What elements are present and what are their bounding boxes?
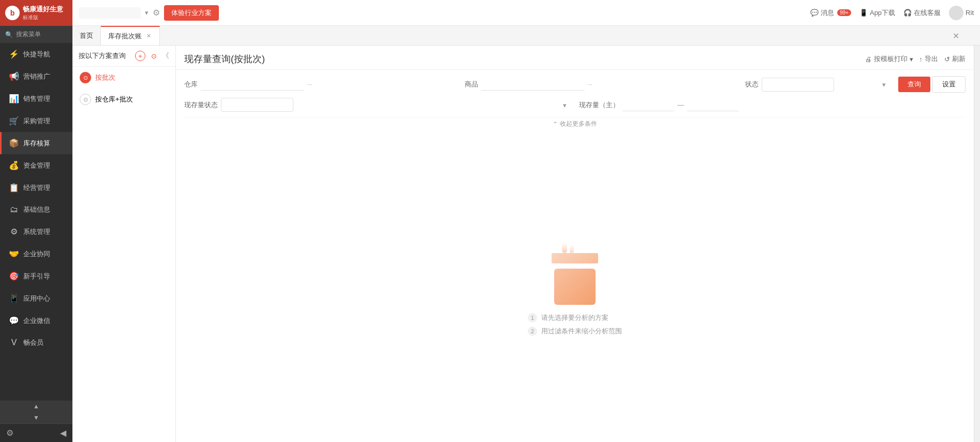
solution-settings-icon[interactable]: ⊙ xyxy=(149,51,159,61)
stock-status-select[interactable] xyxy=(221,98,293,112)
tip-text-2: 用过滤条件来缩小分析范围 xyxy=(541,327,622,336)
collapse-more-button[interactable]: ⌃ 收起更多条件 xyxy=(184,117,966,130)
solution-by-warehouse-icon: ⊙ xyxy=(80,94,91,105)
export-icon: ↑ xyxy=(919,55,923,63)
industry-solution-button[interactable]: 体验行业方案 xyxy=(164,5,219,21)
user-avatar-area[interactable]: Rit xyxy=(949,6,974,20)
sidebar-item-enterprise[interactable]: 🤝 企业协同 xyxy=(0,243,72,265)
stock-qty-separator: — xyxy=(677,101,684,109)
messages-button[interactable]: 💬 消息 99+ xyxy=(810,8,851,18)
export-button[interactable]: ↑ 导出 xyxy=(919,54,939,64)
warehouse-more-icon[interactable]: ··· xyxy=(307,81,312,87)
empty-tip-2: 2 用过滤条件来缩小分析范围 xyxy=(528,327,622,336)
query-button[interactable]: 查询 xyxy=(898,77,930,92)
sidebar-item-newbie[interactable]: 🎯 新手引导 xyxy=(0,265,72,287)
chevron-down-icon[interactable]: ▾ xyxy=(145,9,149,17)
operation-label: 经营管理 xyxy=(23,183,50,193)
headset-icon: 🎧 xyxy=(903,9,912,17)
right-panel: 现存量查询(按批次) 🖨 按模板打印 ▾ ↑ 导出 ↺ 刷新 xyxy=(176,46,974,442)
tab-close-icon[interactable]: ✕ xyxy=(145,33,152,40)
left-panel-header: 按以下方案查询 + ⊙ 《 xyxy=(72,46,175,67)
goods-input[interactable] xyxy=(481,78,585,91)
filter-area: 仓库 ··· 商品 ··· 状态 xyxy=(176,70,974,137)
tabbar-close-button[interactable]: ✕ xyxy=(953,31,959,40)
sidebar-header: b 畅康通好生意 标准版 xyxy=(0,0,72,26)
messages-label: 消息 xyxy=(821,8,834,18)
stock-qty-to[interactable] xyxy=(687,99,739,111)
settings-gear-icon[interactable]: ⚙ xyxy=(153,8,160,18)
wechat-label: 企业微信 xyxy=(23,316,50,326)
tab-inventory-batch[interactable]: 库存批次账 ✕ xyxy=(101,26,160,45)
status-select[interactable] xyxy=(762,78,834,92)
marketing-icon: 📢 xyxy=(9,71,19,81)
sidebar-item-basic-info[interactable]: 🗂 基础信息 xyxy=(0,199,72,220)
sidebar-item-finance[interactable]: 💰 资金管理 xyxy=(0,154,72,176)
left-panel: 按以下方案查询 + ⊙ 《 ⊙ 按批次 ⊙ 按仓库+批次 xyxy=(72,46,176,442)
search-menu-label: 搜索菜单 xyxy=(16,30,41,39)
print-button[interactable]: 🖨 按模板打印 ▾ xyxy=(865,54,913,64)
app-download-button[interactable]: 📱 App下载 xyxy=(859,8,895,18)
app-name-block: 畅康通好生意 标准版 xyxy=(23,5,63,21)
sidebar-item-inventory[interactable]: 📦 库存核算 xyxy=(0,132,72,154)
refresh-icon: ↺ xyxy=(944,55,950,63)
sidebar-item-apps[interactable]: 📱 应用中心 xyxy=(0,287,72,310)
sidebar-settings-icon[interactable]: ⚙ xyxy=(6,428,13,438)
quick-nav-label: 快捷导航 xyxy=(23,50,50,59)
online-support-button[interactable]: 🎧 在线客服 xyxy=(903,8,941,18)
message-icon: 💬 xyxy=(810,9,819,17)
sidebar-item-wechat[interactable]: 💬 企业微信 xyxy=(0,310,72,332)
finance-label: 资金管理 xyxy=(23,161,50,170)
sidebar-search[interactable]: 🔍 搜索菜单 xyxy=(0,26,72,43)
empty-state: 1 请先选择要分析的方案 2 用过滤条件来缩小分析范围 xyxy=(176,137,974,442)
purchase-label: 采购管理 xyxy=(23,116,50,126)
print-chevron-icon[interactable]: ▾ xyxy=(910,55,913,63)
refresh-button[interactable]: ↺ 刷新 xyxy=(944,54,966,64)
sidebar-item-quick-nav[interactable]: ⚡ 快捷导航 xyxy=(0,43,72,65)
tab-home[interactable]: 首页 xyxy=(72,26,101,45)
sidebar-item-sales[interactable]: 📊 销售管理 xyxy=(0,87,72,110)
solution-by-batch-icon: ⊙ xyxy=(80,72,91,83)
sidebar-item-operation[interactable]: 📋 经营管理 xyxy=(0,176,72,199)
phone-icon: 📱 xyxy=(859,9,868,17)
printer-icon: 🖨 xyxy=(865,55,872,63)
finance-icon: 💰 xyxy=(9,160,19,170)
sidebar-item-member[interactable]: V 畅会员 xyxy=(0,332,72,353)
smoke-1 xyxy=(562,243,567,253)
basic-info-label: 基础信息 xyxy=(23,205,50,214)
purchase-icon: 🛒 xyxy=(9,116,19,126)
sidebar-item-system[interactable]: ⚙ 系统管理 xyxy=(0,220,72,243)
tip-text-1: 请先选择要分析的方案 xyxy=(541,313,608,322)
sidebar-item-marketing[interactable]: 📢 营销推广 xyxy=(0,65,72,87)
main-area: ▾ ⚙ 体验行业方案 💬 消息 99+ 📱 App下载 🎧 在线客服 Rit xyxy=(72,0,980,442)
sidebar-scroll-down[interactable]: ▼ xyxy=(0,412,72,423)
warehouse-input[interactable] xyxy=(201,78,304,91)
solution-item-by-warehouse-batch[interactable]: ⊙ 按仓库+批次 xyxy=(72,89,175,110)
status-filter: 状态 xyxy=(745,78,890,92)
empty-tips: 1 请先选择要分析的方案 2 用过滤条件来缩小分析范围 xyxy=(528,313,622,336)
apps-label: 应用中心 xyxy=(23,294,50,303)
sidebar-collapse-icon[interactable]: ◀ xyxy=(60,428,66,438)
solution-item-by-batch[interactable]: ⊙ 按批次 xyxy=(72,67,175,89)
topbar: ▾ ⚙ 体验行业方案 💬 消息 99+ 📱 App下载 🎧 在线客服 Rit xyxy=(72,0,980,26)
search-icon: 🔍 xyxy=(5,31,13,38)
warehouse-filter: 仓库 ··· xyxy=(184,78,456,91)
left-panel-collapse-icon[interactable]: 《 xyxy=(162,51,169,61)
empty-illustration xyxy=(544,243,606,305)
settings-button[interactable]: 设置 xyxy=(932,76,966,93)
breadcrumb-input[interactable] xyxy=(79,7,141,19)
inventory-label: 库存核算 xyxy=(23,139,50,148)
chevron-up-icon: ⌃ xyxy=(553,121,558,128)
enterprise-icon: 🤝 xyxy=(9,249,19,259)
status-select-wrapper xyxy=(762,78,890,92)
stock-status-filter: 现存量状态 xyxy=(184,98,571,112)
stock-qty-from[interactable] xyxy=(622,99,674,111)
add-solution-button[interactable]: + xyxy=(135,51,145,61)
sidebar-scroll-up[interactable]: ▲ xyxy=(0,401,72,412)
solution-by-batch-label: 按批次 xyxy=(95,73,115,82)
goods-more-icon[interactable]: ··· xyxy=(588,81,592,87)
newbie-label: 新手引导 xyxy=(23,272,50,281)
sidebar-item-purchase[interactable]: 🛒 采购管理 xyxy=(0,110,72,132)
inventory-icon: 📦 xyxy=(9,138,19,148)
member-label: 畅会员 xyxy=(23,338,43,347)
right-scrollbar[interactable] xyxy=(974,46,980,442)
